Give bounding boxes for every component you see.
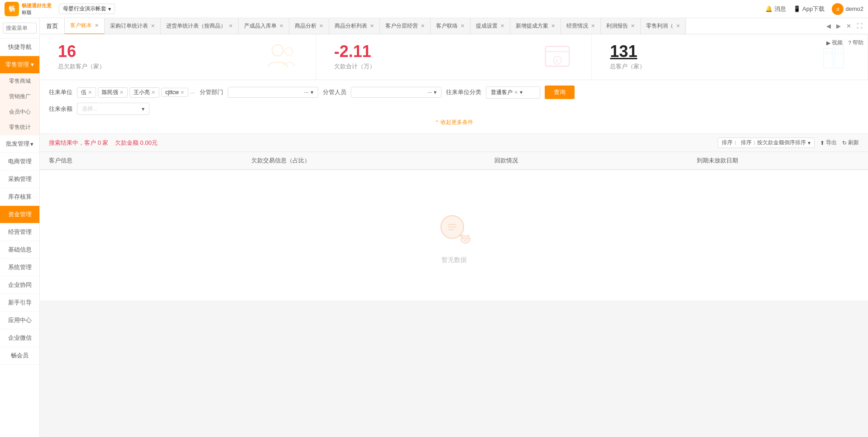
svg-point-0 <box>272 45 283 56</box>
tab-close-icon[interactable]: ✕ <box>95 23 99 28</box>
sidebar-item-retail-stat[interactable]: 零售统计 <box>0 120 39 135</box>
svg-rect-6 <box>835 44 844 68</box>
tab-close-icon[interactable]: ✕ <box>460 23 465 29</box>
remove-tag-cjttcw[interactable]: ✕ <box>180 90 184 95</box>
sidebar-item-retail[interactable]: 零售管理 ▾ <box>0 56 39 74</box>
tab-profit-report[interactable]: 利润报告 ✕ <box>601 18 641 34</box>
sidebar-item-app-center[interactable]: 应用中心 <box>0 312 39 329</box>
top-bar-right: 🔔 消息 📱 App下载 d demo2 <box>765 3 863 15</box>
help-button[interactable]: ? 帮助 <box>848 39 863 47</box>
remove-tag-chen[interactable]: ✕ <box>120 90 124 95</box>
remove-tag-wu[interactable]: ✕ <box>88 90 92 95</box>
sidebar-sub-retail: 零售商城 营销推广 会员中心 零售统计 <box>0 74 39 135</box>
tab-close-icon[interactable]: ✕ <box>151 23 155 29</box>
svg-rect-9 <box>837 48 839 50</box>
account-selector[interactable]: 母婴行业演示帐套 ▾ <box>59 4 115 14</box>
filter-tag-wang: 王小亮 ✕ <box>129 87 159 98</box>
tab-raise-settings[interactable]: 提成设置 ✕ <box>470 18 510 34</box>
customer-bg-icon <box>266 41 297 74</box>
tab-close-icon[interactable]: ✕ <box>229 23 233 29</box>
avatar: d <box>832 3 844 15</box>
tab-goods-analysis-list[interactable]: 商品分析列表 ✕ <box>329 18 380 34</box>
query-button[interactable]: 查询 <box>545 86 575 99</box>
sidebar-item-quick-nav[interactable]: 快捷导航 <box>0 38 39 56</box>
app-container: 畅 畅捷通好生意 标版 母婴行业演示帐套 ▾ 🔔 消息 📱 App下载 d de… <box>0 0 868 437</box>
tab-close-icon[interactable]: ✕ <box>370 23 374 29</box>
svg-rect-10 <box>841 48 843 50</box>
tab-close-icon[interactable]: ✕ <box>500 23 504 29</box>
svg-point-22 <box>461 235 464 238</box>
balance-label: 往来余额 <box>49 105 72 113</box>
tab-purchase-stat[interactable]: 采购订单统计表 ✕ <box>105 18 161 34</box>
tab-produce-instock[interactable]: 产成品入库单 ✕ <box>239 18 289 34</box>
expand-icon2: ▾ <box>434 89 436 95</box>
user-menu[interactable]: d demo2 <box>832 3 863 15</box>
empty-text: 暂无数据 <box>441 256 467 264</box>
refresh-button[interactable]: ↻ 刷新 <box>842 139 859 147</box>
remove-tag-wang[interactable]: ✕ <box>151 90 155 95</box>
tab-close-icon[interactable]: ✕ <box>631 23 635 29</box>
sidebar-item-vip-member[interactable]: 畅会员 <box>0 347 39 365</box>
tab-customer-contact[interactable]: 客户联络 ✕ <box>431 18 470 34</box>
message-button[interactable]: 🔔 消息 <box>765 5 786 13</box>
remove-normal-customer[interactable]: ✕ <box>514 90 518 95</box>
tab-bar: 首页 客户账本 ✕ 采购订单统计表 ✕ 进货单统计表（按商品） ✕ 产成品入库单… <box>40 18 868 34</box>
sidebar-item-basic[interactable]: 基础信息 <box>0 241 39 259</box>
tab-instock-stat[interactable]: 进货单统计表（按商品） ✕ <box>161 18 239 34</box>
sidebar-item-ecommerce[interactable]: 电商管理 <box>0 153 39 171</box>
svg-point-23 <box>467 235 469 238</box>
sidebar-item-purchase[interactable]: 采购管理 <box>0 171 39 188</box>
collapse-button[interactable]: ⌃ 收起更多条件 <box>435 119 473 126</box>
dept-select[interactable]: ··· ▾ <box>228 87 318 98</box>
tab-customer-layer[interactable]: 客户分层经营 ✕ <box>380 18 431 34</box>
debt-bg-icon: ¥ <box>542 41 573 74</box>
col-header-debt: 欠款交易信息（占比） <box>251 157 494 165</box>
sidebar-item-enterprise-wechat[interactable]: 企业微信 <box>0 329 39 347</box>
sidebar-item-finance[interactable]: 资金管理 <box>0 206 39 223</box>
tab-prev-button[interactable]: ◀ <box>825 22 833 30</box>
search-input[interactable] <box>3 23 37 33</box>
sidebar-item-operation[interactable]: 经营管理 <box>0 223 39 241</box>
sidebar-item-marketing[interactable]: 营销推广 <box>0 89 39 104</box>
tab-next-button[interactable]: ▶ <box>834 22 843 30</box>
logo-area: 畅 畅捷通好生意 标版 <box>5 2 59 16</box>
app-download-button[interactable]: 📱 App下载 <box>793 5 825 13</box>
sort-select[interactable]: 排序： 排序：按欠款金额倒序排序 ▾ <box>718 138 815 148</box>
results-actions: 排序： 排序：按欠款金额倒序排序 ▾ ⬆ 导出 ↻ 刷新 <box>718 138 859 148</box>
sidebar-item-enterprise-coop[interactable]: 企业协同 <box>0 276 39 294</box>
tab-close-icon[interactable]: ✕ <box>591 23 595 29</box>
sidebar-item-system[interactable]: 系统管理 <box>0 259 39 276</box>
sidebar-item-member[interactable]: 会员中心 <box>0 104 39 120</box>
tab-new-raise-plan[interactable]: 新增提成方案 ✕ <box>510 18 561 34</box>
top-bar: 畅 畅捷通好生意 标版 母婴行业演示帐套 ▾ 🔔 消息 📱 App下载 d de… <box>0 0 868 18</box>
filter-tags-unit: 伍 ✕ 陈民强 ✕ 王小亮 ✕ <box>77 87 195 98</box>
tab-close-icon[interactable]: ✕ <box>279 23 283 29</box>
tab-home[interactable]: 首页 <box>40 18 65 34</box>
person-select[interactable]: ··· ▾ <box>351 87 441 98</box>
filter-tag-normal-customer: 普通客户 ✕ <box>491 89 518 96</box>
sidebar-item-retail-shop[interactable]: 零售商城 <box>0 74 39 89</box>
results-bar: 搜索结果中，客户 0 家 欠款金额 0.00元 排序： 排序：按欠款金额倒序排序… <box>40 134 868 152</box>
export-button[interactable]: ⬆ 导出 <box>820 139 837 147</box>
tab-expand-button[interactable]: ⛶ <box>855 22 864 30</box>
tab-retail-profit[interactable]: 零售利润（ ✕ <box>641 18 686 34</box>
tab-close-all-button[interactable]: ✕ <box>844 22 853 30</box>
export-icon: ⬆ <box>820 140 825 146</box>
filter-more-button[interactable]: ··· <box>190 89 195 96</box>
empty-state: 暂无数据 <box>40 170 868 300</box>
empty-icon <box>432 206 477 252</box>
tab-customer-book[interactable]: 客户账本 ✕ <box>65 18 105 34</box>
tab-biz-status[interactable]: 经营情况 ✕ <box>561 18 601 34</box>
sidebar-item-wholesale[interactable]: 批发管理 ▾ <box>0 135 39 153</box>
help-icon: ? <box>848 40 851 46</box>
balance-select[interactable]: 选择... ▾ <box>77 103 149 115</box>
sidebar-item-inventory[interactable]: 库存核算 <box>0 188 39 206</box>
tab-goods-analysis[interactable]: 商品分析 ✕ <box>289 18 329 34</box>
tab-close-icon[interactable]: ✕ <box>421 23 425 29</box>
tab-close-icon[interactable]: ✕ <box>319 23 323 29</box>
tab-close-icon[interactable]: ✕ <box>676 23 680 29</box>
sidebar-item-new-user[interactable]: 新手引导 <box>0 294 39 312</box>
tab-close-icon[interactable]: ✕ <box>551 23 555 29</box>
video-button[interactable]: ▶ 视频 <box>826 39 843 47</box>
unit-class-select[interactable]: 普通客户 ✕ ▾ <box>486 86 540 99</box>
